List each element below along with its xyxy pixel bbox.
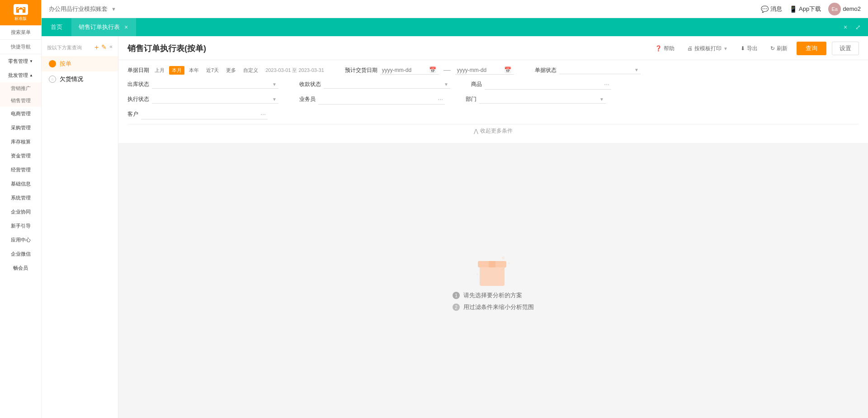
- expected-date-from-input[interactable]: [382, 67, 427, 73]
- export-icon: ⬇: [741, 45, 745, 52]
- sidebar-item-finance[interactable]: 资金管理: [0, 149, 41, 163]
- expected-date-from-wrapper[interactable]: 📅: [380, 66, 439, 75]
- date-btn-7d[interactable]: 近7天: [203, 66, 222, 75]
- doc-status-dropdown[interactable]: ▼: [559, 66, 641, 74]
- breadcrumb-dropdown-icon[interactable]: ▼: [111, 6, 116, 12]
- sidebar-item-system[interactable]: 系统管理: [0, 191, 41, 205]
- tab-sales-order[interactable]: 销售订单执行表 ×: [71, 18, 136, 36]
- tab-home-label: 首页: [51, 23, 62, 31]
- print-dropdown-icon[interactable]: ▼: [723, 46, 728, 51]
- date-btn-year[interactable]: 本年: [186, 66, 202, 75]
- filter-item-recv-status: 收款状态 ▼: [299, 81, 450, 89]
- refresh-label: 刷新: [777, 45, 788, 52]
- collapse-panel-btn[interactable]: «: [109, 43, 113, 52]
- sidebar-item-quick-nav[interactable]: 快捷导航: [0, 40, 41, 54]
- filter-item-expected-date: 预计交货日期 📅 — 📅: [345, 66, 514, 75]
- left-panel-item-shortage[interactable]: ○ 欠货情况: [42, 71, 118, 87]
- out-status-dropdown[interactable]: ▼: [152, 81, 278, 89]
- recv-status-label: 收款状态: [299, 81, 321, 88]
- page-body: 按以下方案查询 + ✎ « 按单 ○ 欠货情况 销售订单执行表(按单): [42, 36, 868, 418]
- collapse-btn[interactable]: ⋀ 收起更多条件: [474, 127, 513, 135]
- help-label: 帮助: [664, 45, 675, 52]
- page-title: 销售订单执行表(按单): [127, 43, 206, 54]
- message-icon: 💬: [761, 5, 769, 13]
- goods-input[interactable]: ···: [485, 79, 611, 90]
- window-close-btn[interactable]: ×: [841, 23, 850, 32]
- left-panel-item-order[interactable]: 按单: [42, 56, 118, 71]
- sidebar-item-search[interactable]: 办公用品行业模拟账套 搜索菜单: [0, 25, 41, 40]
- app-download-btn[interactable]: 📱 App下载: [789, 5, 821, 13]
- user-profile-btn[interactable]: Ea demo2: [828, 3, 861, 15]
- doc-status-label: 单据状态: [535, 66, 557, 74]
- page-header: 销售订单执行表(按单) ❓ 帮助 🖨 按模板打印 ▼ ⬇: [118, 36, 868, 60]
- normal-dot: ○: [49, 76, 56, 83]
- sidebar-section-retail: 零售管理 批发管理 营销推广 销售管理 电商管理 采购管理 库存核算 资金管理 …: [0, 54, 41, 275]
- sidebar-item-newuser[interactable]: 新手引导: [0, 219, 41, 233]
- content-area: 1 请先选择要分析的方案 2 用过滤条件来缩小分析范围: [118, 143, 868, 418]
- salesperson-label: 业务员: [299, 95, 316, 103]
- sidebar-item-enterprise[interactable]: 企业协同: [0, 205, 41, 219]
- expected-date-to-input[interactable]: [457, 67, 502, 73]
- date-btn-more[interactable]: 更多: [223, 66, 239, 75]
- empty-hint-2: 2 用过滤条件来缩小分析范围: [453, 303, 534, 311]
- add-scheme-btn[interactable]: +: [94, 43, 99, 52]
- sidebar-item-ops[interactable]: 经营管理: [0, 163, 41, 177]
- salesperson-more-icon[interactable]: ···: [438, 95, 443, 103]
- date-btn-custom[interactable]: 自定义: [241, 66, 261, 75]
- filter-item-customer: 客户 ···: [127, 109, 268, 119]
- setting-button[interactable]: 设置: [832, 42, 859, 55]
- customer-input[interactable]: ···: [141, 109, 268, 119]
- dept-label: 部门: [466, 95, 476, 103]
- filter-item-goods: 商品 ···: [471, 79, 611, 90]
- dept-dropdown[interactable]: ▼: [479, 95, 606, 104]
- sidebar-item-inventory[interactable]: 库存核算: [0, 135, 41, 149]
- export-btn[interactable]: ⬇ 导出: [737, 43, 761, 54]
- svg-rect-2: [480, 266, 505, 286]
- svg-rect-4: [489, 261, 495, 267]
- calendar-to-icon[interactable]: 📅: [504, 66, 511, 73]
- date-range-text: 2023-03-01 至 2023-03-31: [265, 67, 324, 74]
- sidebar-item-appcenter[interactable]: 应用中心: [0, 233, 41, 247]
- sidebar-item-retail[interactable]: 零售管理: [0, 54, 41, 68]
- hint-label-2: 用过滤条件来缩小分析范围: [463, 303, 534, 311]
- top-bar-left: 办公用品行业模拟账套 ▼: [49, 5, 116, 13]
- sidebar-item-marketing[interactable]: 营销推广: [0, 82, 41, 95]
- svg-rect-1: [19, 10, 23, 13]
- left-panel-header-label: 按以下方案查询: [47, 44, 82, 51]
- hint-badge-1: 1: [453, 292, 460, 299]
- sidebar-item-purchase[interactable]: 采购管理: [0, 121, 41, 135]
- date-btn-prev[interactable]: 上月: [152, 66, 167, 75]
- window-expand-btn[interactable]: ⤢: [854, 23, 863, 32]
- help-btn[interactable]: ❓ 帮助: [651, 43, 678, 54]
- sidebar-item-member[interactable]: 畅会员: [0, 261, 41, 275]
- top-bar-right: 💬 消息 📱 App下载 Ea demo2: [761, 3, 861, 15]
- expected-date-to-wrapper[interactable]: 📅: [455, 66, 514, 75]
- recv-status-dropdown[interactable]: ▼: [324, 81, 450, 89]
- query-button[interactable]: 查询: [797, 42, 826, 55]
- logo-text: 标准版: [14, 16, 27, 22]
- logo-icon: [14, 4, 28, 15]
- tab-close-icon[interactable]: ×: [123, 23, 129, 32]
- sidebar-item-sales[interactable]: 销售管理: [0, 95, 41, 107]
- message-btn[interactable]: 💬 消息: [761, 5, 782, 13]
- sidebar-item-wholesale[interactable]: 批发管理: [0, 68, 41, 82]
- customer-label: 客户: [127, 110, 138, 118]
- exec-status-dropdown[interactable]: ▼: [152, 95, 278, 104]
- sidebar-item-base[interactable]: 基础信息: [0, 177, 41, 191]
- sidebar-item-ecommerce[interactable]: 电商管理: [0, 107, 41, 121]
- date-btn-cur[interactable]: 本月: [169, 66, 184, 75]
- refresh-btn[interactable]: ↻ 刷新: [767, 43, 791, 54]
- edit-scheme-btn[interactable]: ✎: [101, 43, 107, 52]
- page-header-top: 销售订单执行表(按单) ❓ 帮助 🖨 按模板打印 ▼ ⬇: [127, 42, 859, 60]
- customer-more-icon[interactable]: ···: [260, 110, 266, 118]
- left-panel: 按以下方案查询 + ✎ « 按单 ○ 欠货情况: [42, 36, 118, 418]
- doc-status-dropdown-icon: ▼: [634, 67, 639, 72]
- salesperson-input[interactable]: ···: [318, 94, 445, 104]
- calendar-from-icon[interactable]: 📅: [429, 66, 436, 73]
- print-btn[interactable]: 🖨 按模板打印 ▼: [684, 43, 731, 54]
- goods-more-icon[interactable]: ···: [604, 81, 609, 88]
- tab-home[interactable]: 首页: [42, 18, 71, 36]
- sidebar-item-wechat[interactable]: 企业微信: [0, 247, 41, 261]
- exec-status-dropdown-icon: ▼: [272, 97, 277, 102]
- message-label: 消息: [770, 5, 782, 13]
